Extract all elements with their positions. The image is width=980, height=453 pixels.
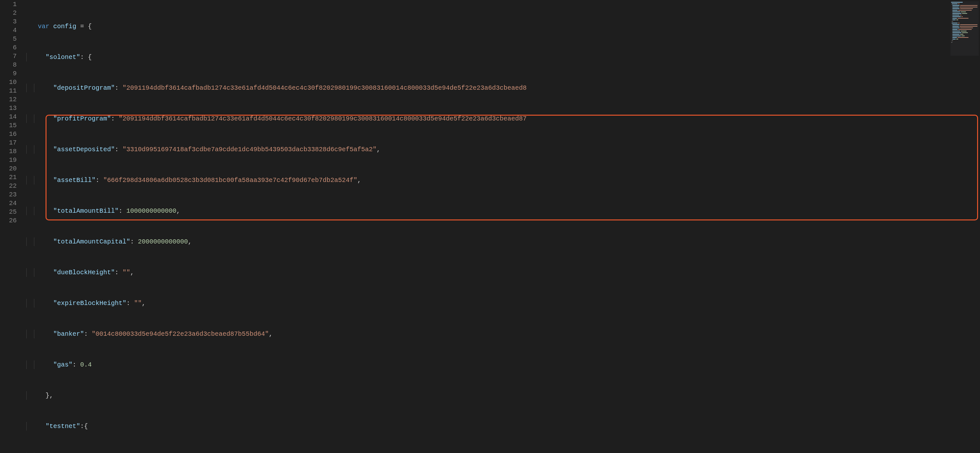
token-brace: {	[88, 23, 92, 30]
token-key: "totalAmountBill"	[53, 207, 119, 215]
line-number: 1	[0, 0, 17, 9]
line-number: 2	[0, 9, 17, 17]
line-number: 15	[0, 121, 17, 130]
token-key: "gas"	[53, 361, 73, 368]
token-number: 1000000000000	[126, 207, 177, 215]
line-number: 11	[0, 87, 17, 95]
code-line[interactable]: "gas": 0.4	[22, 360, 980, 369]
token-key: "depositProgram"	[53, 84, 115, 92]
line-number: 6	[0, 43, 17, 52]
line-number: 8	[0, 60, 17, 69]
code-line[interactable]: var config = {	[22, 22, 980, 31]
line-number: 14	[0, 112, 17, 121]
line-number: 4	[0, 26, 17, 35]
line-number: 3	[0, 17, 17, 26]
token-key: "assetBill"	[53, 176, 95, 184]
code-line[interactable]: "assetBill": "666f298d34806a6db0528c3b3d…	[22, 176, 980, 185]
code-line[interactable]: "solonet": {	[22, 53, 980, 62]
line-number: 25	[0, 207, 17, 216]
token-key: "expireBlockHeight"	[53, 299, 126, 307]
line-number: 17	[0, 138, 17, 147]
line-number: 22	[0, 182, 17, 190]
token-key: "banker"	[53, 330, 84, 338]
code-area[interactable]: var config = { "solonet": { "depositProg…	[22, 0, 980, 453]
code-line[interactable]: "totalAmountCapital": 2000000000000,	[22, 238, 980, 246]
line-number-gutter: 1 2 3 4 5 6 7 8 9 10 11 12 13 14 15 16 1…	[0, 0, 22, 453]
token-key: "solonet"	[46, 54, 80, 61]
line-number: 10	[0, 78, 17, 87]
code-line[interactable]: },	[22, 391, 980, 400]
code-line[interactable]: "depositProgram": "2091194ddbf3614cafbad…	[22, 84, 980, 92]
token-key: "assetDeposited"	[53, 146, 115, 153]
token-brace: },	[46, 392, 53, 399]
minimap[interactable]	[950, 1, 979, 56]
code-editor[interactable]: 1 2 3 4 5 6 7 8 9 10 11 12 13 14 15 16 1…	[0, 0, 980, 453]
token-string: ""	[123, 269, 130, 276]
code-line[interactable]: "testnet":{	[22, 422, 980, 431]
token-variable: config	[53, 23, 76, 30]
code-line[interactable]: "profitProgram": "2091194ddbf3614cafbadb…	[22, 114, 980, 123]
code-line[interactable]: "dueBlockHeight": "",	[22, 268, 980, 277]
line-number: 24	[0, 199, 17, 207]
line-number: 23	[0, 190, 17, 199]
code-line[interactable]: "banker": "0014c800033d5e94de5f22e23a6d3…	[22, 329, 980, 338]
code-line[interactable]: "totalAmountBill": 1000000000000,	[22, 207, 980, 215]
line-number: 19	[0, 156, 17, 164]
token-string: "0014c800033d5e94de5f22e23a6d3cbeaed87b5…	[92, 330, 269, 338]
token-key: "dueBlockHeight"	[53, 269, 115, 276]
token-string: "666f298d34806a6db0528c3b3d081bc00fa58aa…	[103, 176, 357, 184]
token-number: 2000000000000	[138, 238, 188, 246]
line-number: 13	[0, 104, 17, 112]
token-key: "totalAmountCapital"	[53, 238, 130, 246]
token-string: "2091194ddbf3614cafbadb1274c33e61afd4d50…	[119, 115, 527, 122]
token-op: =	[76, 23, 88, 30]
token-key: "profitProgram"	[53, 115, 111, 122]
line-number: 18	[0, 147, 17, 156]
token-string: ""	[134, 299, 142, 307]
token-string: "2091194ddbf3614cafbadb1274c33e61afd4d50…	[123, 84, 527, 92]
line-number: 26	[0, 216, 17, 225]
line-number: 21	[0, 173, 17, 182]
token-string: "3310d9951697418af3cdbe7a9cdde1dc49bb543…	[123, 146, 377, 153]
line-number: 16	[0, 130, 17, 138]
code-line[interactable]: "expireBlockHeight": "",	[22, 299, 980, 307]
token-key: "testnet"	[46, 423, 80, 430]
line-number: 9	[0, 69, 17, 78]
selection-highlight	[46, 115, 978, 220]
code-line[interactable]: "assetDeposited": "3310d9951697418af3cdb…	[22, 145, 980, 154]
line-number: 7	[0, 52, 17, 60]
line-number: 5	[0, 35, 17, 43]
line-number: 20	[0, 164, 17, 173]
token-keyword: var	[38, 23, 49, 30]
line-number: 12	[0, 95, 17, 104]
token-number: 0.4	[80, 361, 92, 368]
